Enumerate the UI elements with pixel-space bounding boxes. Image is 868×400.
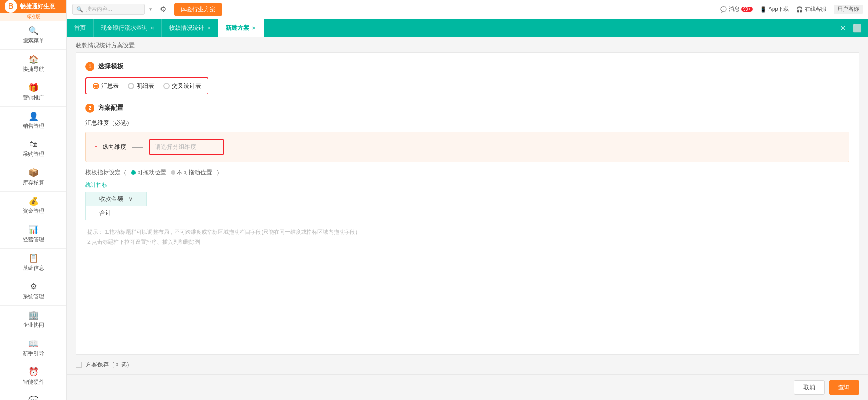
sidebar-item-corp-wechat[interactable]: 💬 企业微信 — [0, 391, 66, 400]
sidebar-edition: 标准版 — [0, 13, 66, 21]
radio-detail[interactable] — [128, 83, 134, 89]
sidebar-item-smart-hw[interactable]: ⏰ 智能硬件 — [0, 362, 66, 391]
topbar-dropdown-icon[interactable]: ▾ — [149, 6, 152, 13]
sidebar-item-label: 快捷导航 — [23, 66, 44, 73]
tab-receipt-stats[interactable]: 收款情况统计 × — [162, 19, 218, 37]
sidebar-item-newbie[interactable]: 📖 新手引导 — [0, 334, 66, 362]
sidebar-item-label: 采购管理 — [23, 151, 44, 158]
option-detail[interactable]: 明细表 — [128, 82, 154, 90]
save-checkbox[interactable] — [76, 362, 82, 368]
support-label: 在线客服 — [805, 5, 826, 13]
draggable-badge: 可拖动位置 — [131, 169, 166, 177]
notification-item[interactable]: 💬 消息 99+ — [720, 5, 753, 13]
cancel-button[interactable]: 取消 — [794, 380, 825, 395]
save-section: 方案保存（可选） — [67, 355, 868, 374]
support-icon: 🎧 — [796, 6, 803, 13]
header-cell-text: 收款金额 — [99, 195, 123, 202]
support-item[interactable]: 🎧 在线客服 — [796, 5, 826, 13]
sidebar-item-label: 资金管理 — [23, 207, 44, 215]
username[interactable]: 用户名称 — [834, 5, 863, 14]
sidebar-item-corp-collab[interactable]: 🏢 企业协同 — [0, 306, 66, 334]
tab-home-label: 首页 — [74, 24, 86, 32]
non-draggable-badge: 不可拖动位置 — [171, 169, 212, 177]
dimension-row: * 纵向维度 —— 请选择分组维度 — [95, 139, 840, 155]
option-detail-label: 明细表 — [137, 82, 154, 90]
maximize-btn[interactable]: ⬜ — [852, 23, 863, 33]
sidebar-item-label: 经营管理 — [23, 236, 44, 244]
search-icon: 🔍 — [76, 6, 83, 13]
tab-new-plan[interactable]: 新建方案 × — [218, 19, 263, 37]
tab-home[interactable]: 首页 — [67, 19, 94, 37]
stats-body-row: 合计 — [86, 206, 147, 220]
tab-bank-flow-close[interactable]: × — [151, 24, 154, 32]
logo-text: 畅捷通好生意 — [20, 3, 55, 10]
footer-buttons: 取消 查询 — [67, 374, 868, 400]
sidebar-logo: B 畅捷通好生意 — [0, 0, 66, 13]
corp-wechat-icon: 💬 — [28, 395, 38, 400]
tabbar: 首页 现金银行流水查询 × 收款情况统计 × 新建方案 × ✕ ⬜ — [67, 19, 868, 37]
main-area: 🔍 搜索内容... ▾ ⚙ 体验行业方案 💬 消息 99+ 📱 App下载 🎧 … — [67, 0, 868, 400]
tips-section: 提示： 1.拖动标题栏可以调整布局，不可跨维度或指标区域拖动栏目字段(只能在同一… — [85, 227, 849, 247]
search-placeholder: 搜索内容... — [86, 5, 112, 13]
sidebar-item-sales[interactable]: 👤 销售管理 — [0, 107, 66, 135]
sidebar-item-label: 企业协同 — [23, 321, 44, 329]
required-marker: * — [95, 144, 97, 151]
header-chevron[interactable]: ∨ — [128, 195, 133, 202]
radio-cross[interactable] — [163, 83, 170, 89]
query-button[interactable]: 查询 — [829, 380, 859, 395]
sidebar-item-inventory[interactable]: 📦 库存核算 — [0, 163, 66, 192]
close-window-btn[interactable]: ✕ — [837, 23, 848, 33]
operations-icon: 📊 — [28, 225, 38, 235]
dimension-row-label: 纵向维度 — [103, 143, 126, 151]
step1-badge: 1 — [85, 62, 94, 71]
option-summary-label: 汇总表 — [101, 82, 119, 90]
sidebar-item-operations[interactable]: 📊 经营管理 — [0, 220, 66, 249]
industry-btn[interactable]: 体验行业方案 — [174, 3, 222, 16]
content-body: 1 选择模板 汇总表 明细表 交叉统计表 — [76, 52, 859, 355]
sidebar-item-purchase[interactable]: 🛍 采购管理 — [0, 135, 66, 163]
radio-summary[interactable] — [93, 83, 99, 89]
tab-new-plan-close[interactable]: × — [252, 24, 255, 32]
template-options: 汇总表 明细表 交叉统计表 — [85, 77, 208, 94]
sidebar: B 畅捷通好生意 标准版 🔍 搜索菜单 🏠 快捷导航 🎁 营销推广 👤 销售管理… — [0, 0, 67, 400]
download-icon: 📱 — [760, 6, 767, 13]
option-summary[interactable]: 汇总表 — [93, 82, 119, 90]
indicators-config-prefix: 模板指标设定（ — [85, 169, 127, 177]
sidebar-item-quick-nav[interactable]: 🏠 快捷导航 — [0, 50, 66, 78]
option-cross[interactable]: 交叉统计表 — [163, 82, 201, 90]
breadcrumb: 收款情况统计方案设置 — [67, 37, 868, 52]
sidebar-item-search-menu[interactable]: 🔍 搜索菜单 — [0, 21, 66, 50]
corp-collab-icon: 🏢 — [28, 310, 38, 320]
sidebar-item-basic-info[interactable]: 📋 基础信息 — [0, 249, 66, 277]
draggable-label: 可拖动位置 — [137, 169, 166, 177]
content: 收款情况统计方案设置 1 选择模板 汇总表 明细表 — [67, 37, 868, 400]
draggable-dot — [131, 170, 136, 175]
dimension-select[interactable]: 请选择分组维度 — [149, 139, 224, 155]
step2-section: 2 方案配置 汇总维度（必选） * 纵向维度 —— 请选择分组维度 — [85, 104, 849, 247]
step1-title: 1 选择模板 — [85, 62, 849, 71]
settings-button[interactable]: ⚙ — [157, 3, 170, 16]
stats-body-cell: 合计 — [86, 206, 147, 220]
tab-bank-flow[interactable]: 现金银行流水查询 × — [94, 19, 162, 37]
notification-badge: 99+ — [741, 7, 753, 12]
sidebar-item-label: 销售管理 — [23, 122, 44, 130]
tabbar-controls: ✕ ⬜ — [837, 23, 868, 33]
download-item[interactable]: 📱 App下载 — [760, 5, 789, 13]
topbar-right: 💬 消息 99+ 📱 App下载 🎧 在线客服 用户名称 — [720, 5, 863, 14]
topbar-search[interactable]: 🔍 搜索内容... — [72, 4, 145, 15]
save-label: 方案保存（可选） — [85, 361, 132, 369]
stats-table: 收款金额 ∨ 合计 — [85, 192, 147, 220]
dimension-section-label: 汇总维度（必选） — [85, 119, 849, 127]
tab-new-plan-label: 新建方案 — [226, 24, 249, 32]
tab-receipt-stats-close[interactable]: × — [207, 24, 211, 32]
newbie-icon: 📖 — [28, 339, 38, 348]
stats-header-cell: 收款金额 ∨ — [86, 192, 147, 206]
sidebar-item-system[interactable]: ⚙ 系统管理 — [0, 277, 66, 306]
option-cross-label: 交叉统计表 — [172, 82, 201, 90]
dimension-area: * 纵向维度 —— 请选择分组维度 — [85, 132, 849, 162]
indicators-config-row: 模板指标设定（ 可拖动位置 不可拖动位置 ） — [85, 169, 849, 177]
sidebar-item-marketing[interactable]: 🎁 营销推广 — [0, 78, 66, 107]
inventory-icon: 📦 — [28, 168, 38, 178]
search-menu-icon: 🔍 — [28, 26, 38, 36]
sidebar-item-finance[interactable]: 💰 资金管理 — [0, 192, 66, 220]
